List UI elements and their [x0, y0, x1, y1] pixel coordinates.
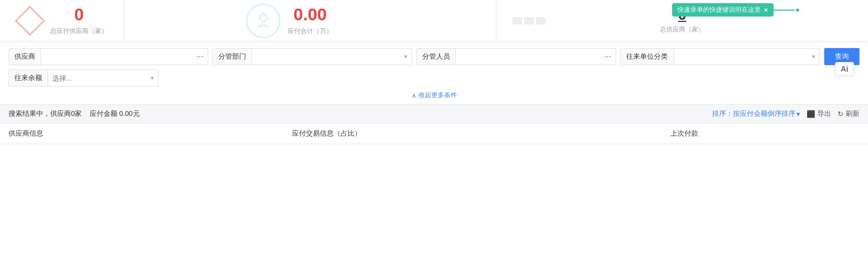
balance-arrow[interactable]: ▾: [146, 74, 158, 82]
export-icon: ⬛: [807, 110, 815, 118]
collapse-button[interactable]: ∧ 收起更多条件: [412, 91, 457, 100]
svg-point-0: [259, 14, 267, 21]
supplier-dots-btn[interactable]: ···: [192, 52, 208, 61]
manager-input[interactable]: [456, 53, 600, 61]
department-label: 分管部门: [213, 49, 252, 65]
export-button[interactable]: ⬛ 导出: [807, 109, 831, 119]
table-header: 供应商信息 应付交易信息（占比） 上次付款: [0, 123, 868, 144]
balance-filter[interactable]: 往来余额 ▾: [9, 69, 159, 87]
result-amount-info: 应付金额 0.00元: [90, 109, 140, 117]
total-suppliers-label: 总供应商（家）: [660, 25, 705, 34]
department-arrow[interactable]: ▾: [400, 53, 412, 60]
supplier-filter[interactable]: 供应商 ···: [9, 48, 208, 65]
unit-class-filter[interactable]: 往来单位分类 ▾: [620, 48, 820, 65]
ai-badge[interactable]: Ai: [835, 62, 854, 76]
manager-label: 分管人员: [417, 49, 456, 65]
th-payable-trade: 应付交易信息（占比）: [292, 129, 670, 138]
balance-input[interactable]: [48, 74, 146, 82]
result-bar: 搜索结果中，供应商0家 应付金额 0.00元 排序：按应付会额倒序排序 ▾ ⬛ …: [0, 105, 868, 123]
stat-total-suppliers: 快速录单的快捷键说明在这里 × 0 总供应商（家）: [496, 0, 868, 41]
stats-bar: 0 总应付供应商（家） 0.00 应付合计（万） 快速录单的快捷键说明在这里 ×: [0, 0, 868, 42]
stat-payable-total: 0.00 应付合计（万）: [124, 0, 496, 41]
stat-payable-suppliers: 0 总应付供应商（家）: [0, 0, 124, 41]
manager-dots-btn[interactable]: ···: [600, 52, 616, 61]
payable-total-label: 应付合计（万）: [288, 27, 333, 36]
refresh-icon: ↻: [838, 110, 843, 118]
center-icon: [246, 4, 280, 38]
collapse-row: ∧ 收起更多条件: [9, 91, 859, 100]
sort-arrow-icon: ▾: [796, 110, 800, 118]
refresh-label: 刷新: [846, 109, 859, 119]
tooltip-close-btn[interactable]: ×: [764, 6, 768, 14]
unit-class-arrow[interactable]: ▾: [808, 53, 819, 60]
table-body: [0, 144, 868, 275]
sort-label: 排序：按应付会额倒序排序: [712, 109, 795, 119]
filter-row-2: 往来余额 ▾: [9, 69, 859, 87]
unit-class-input[interactable]: [674, 53, 808, 61]
tooltip-text: 快速录单的快捷键说明在这里: [677, 5, 761, 14]
payable-total: 0.00: [294, 5, 327, 24]
export-label: 导出: [817, 109, 831, 119]
result-info-group: 搜索结果中，供应商0家 应付金额 0.00元: [9, 109, 140, 119]
filter-row-1: 供应商 ··· 分管部门 ▾ 分管人员 ··· 往来单位分类 ▾ 查询: [9, 48, 859, 65]
manager-filter[interactable]: 分管人员 ···: [416, 48, 616, 65]
th-last-payment: 上次付款: [670, 129, 859, 138]
balance-label: 往来余额: [9, 70, 48, 86]
logo-icon: [16, 7, 44, 35]
tooltip-dot: [795, 7, 800, 13]
sort-select[interactable]: 排序：按应付会额倒序排序 ▾: [712, 109, 800, 119]
th-supplier-info: 供应商信息: [9, 129, 292, 138]
filter-bar: 供应商 ··· 分管部门 ▾ 分管人员 ··· 往来单位分类 ▾ 查询 往来余额: [0, 42, 868, 105]
tooltip-bubble: 快速录单的快捷键说明在这里 ×: [672, 3, 774, 17]
supplier-input[interactable]: [41, 53, 192, 61]
unit-class-label: 往来单位分类: [621, 49, 674, 65]
result-info: 搜索结果中，供应商0家: [9, 109, 82, 117]
refresh-button[interactable]: ↻ 刷新: [838, 109, 859, 119]
department-input[interactable]: [252, 53, 400, 61]
result-actions: 排序：按应付会额倒序排序 ▾ ⬛ 导出 ↻ 刷新: [712, 109, 859, 119]
payable-suppliers-count: 0: [74, 5, 84, 24]
department-filter[interactable]: 分管部门 ▾: [212, 48, 412, 65]
collapse-label: 收起更多条件: [419, 91, 457, 100]
collapse-icon: ∧: [412, 92, 416, 99]
payable-suppliers-label: 总应付供应商（家）: [50, 27, 108, 36]
supplier-label: 供应商: [9, 49, 41, 65]
